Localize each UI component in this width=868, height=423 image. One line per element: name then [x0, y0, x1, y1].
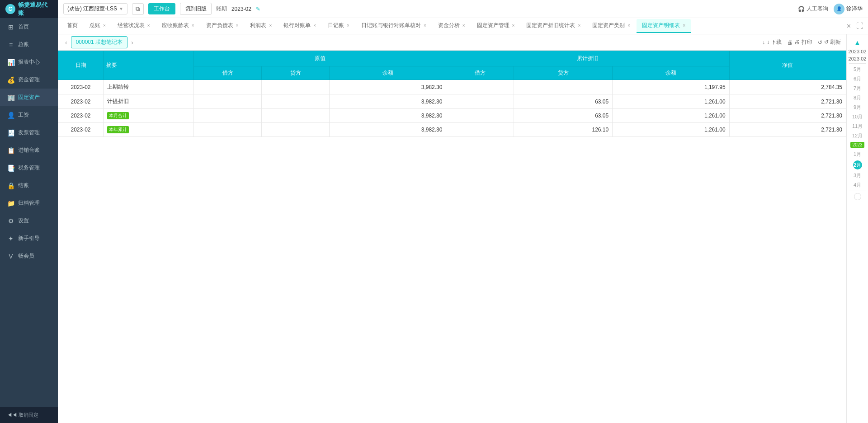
sidebar-item-settings[interactable]: ⚙ 设置	[0, 212, 58, 230]
tab-profit[interactable]: 利润表 ×	[245, 19, 277, 33]
sidebar-item-fixed-assets[interactable]: 🏢 固定资产	[0, 89, 58, 106]
sub-tabbar-right: ↓ ↓ 下载 🖨 🖨 打印 ↺ ↺ 刷新	[762, 38, 841, 46]
sub-tab-next[interactable]: ›	[129, 39, 135, 46]
company-selector[interactable]: (劝告) 江西服室-LSS ▼	[63, 3, 127, 14]
period-edit-icon[interactable]: ✎	[256, 6, 260, 12]
timeline-8[interactable]: 8月	[847, 93, 868, 103]
cell-orig-balance: 3,982.30	[330, 80, 446, 94]
sidebar-logo: C 畅捷通易代账	[0, 0, 58, 18]
payroll-icon: 👤	[7, 112, 14, 119]
sidebar-item-funds[interactable]: 💰 资金管理	[0, 71, 58, 89]
sidebar-item-guide[interactable]: ✦ 新手引导	[0, 230, 58, 247]
tab-fund-analysis[interactable]: 资金分析 ×	[433, 19, 471, 33]
sub-tab-prev[interactable]: ‹	[63, 39, 69, 46]
header-accumulated-dep: 累计折旧	[446, 51, 729, 66]
timeline-10[interactable]: 10月	[847, 112, 868, 122]
member-icon: V	[7, 253, 14, 260]
timeline-scroll-up[interactable]: ▲	[853, 37, 863, 48]
tab-fund-close[interactable]: ×	[462, 23, 465, 28]
sidebar-item-close-account[interactable]: 🔒 结账	[0, 177, 58, 194]
cell-net-value: 2,721.30	[729, 123, 846, 137]
header-summary: 摘要	[104, 51, 194, 80]
tab-journal-bank-check[interactable]: 日记账与银行对账单核对 ×	[356, 19, 432, 33]
tab-fullscreen-button[interactable]: ⛶	[855, 21, 864, 31]
timeline-6[interactable]: 6月	[847, 74, 868, 84]
sidebar-item-reports[interactable]: 📊 报表中心	[0, 53, 58, 71]
sidebar-item-payroll[interactable]: 👤 工资	[0, 106, 58, 124]
timeline-12[interactable]: 12月	[847, 131, 868, 141]
sidebar-item-sales[interactable]: 📋 进销台账	[0, 141, 58, 159]
tab-management-close[interactable]: ×	[147, 23, 150, 28]
timeline-5[interactable]: 5月	[847, 65, 868, 74]
user-info[interactable]: 👤 徐泽华	[834, 4, 863, 14]
timeline-apr[interactable]: 4月	[847, 180, 868, 190]
refresh-button[interactable]: ↺ ↺ 刷新	[818, 38, 841, 46]
tab-ledger[interactable]: 总账 ×	[84, 19, 111, 33]
sidebar-item-ledger[interactable]: ≡ 总账	[0, 36, 58, 53]
tab-fund-label: 资金分析	[438, 22, 460, 29]
cell-acc-debit	[446, 123, 514, 137]
sidebar-item-tax[interactable]: 📑 税务管理	[0, 159, 58, 177]
sidebar-item-label: 税务管理	[18, 164, 40, 172]
cell-orig-debit	[194, 123, 262, 137]
tab-fixed-mgmt-close[interactable]: ×	[512, 23, 515, 28]
timeline-jan[interactable]: 1月	[847, 150, 868, 159]
tab-journal-close[interactable]: ×	[347, 23, 349, 28]
download-button[interactable]: ↓ ↓ 下载	[762, 38, 782, 46]
sidebar-item-label: 新手引导	[18, 235, 40, 242]
ledger-icon: ≡	[7, 41, 14, 48]
sub-tab-asset-001[interactable]: 000001 联想笔记本	[71, 36, 127, 48]
tab-fixed-detail[interactable]: 固定资产明细表 ×	[637, 19, 691, 33]
tab-journal[interactable]: 日记账 ×	[322, 19, 355, 33]
sidebar-item-home[interactable]: ⊞ 首页	[0, 18, 58, 36]
topbar: (劝告) 江西服室-LSS ▼ ⧉ 工作台 切到旧版 账期 2023-02 ✎ …	[58, 0, 868, 18]
tab-fixed-detail-label: 固定资产明细表	[642, 22, 680, 29]
tab-fixed-depreciation[interactable]: 固定资产折旧统计表 ×	[521, 19, 586, 33]
headset-icon: 🎧	[798, 6, 805, 12]
tab-fixed-category[interactable]: 固定资产类别 ×	[587, 19, 636, 33]
tab-receivable-close[interactable]: ×	[192, 23, 194, 28]
sidebar-item-label: 工资	[18, 111, 29, 119]
sidebar-item-archive[interactable]: 📁 归档管理	[0, 194, 58, 212]
timeline-7[interactable]: 7月	[847, 84, 868, 93]
timeline-11[interactable]: 11月	[847, 122, 868, 131]
timeline-feb-current[interactable]: 2月	[847, 159, 868, 171]
tab-ledger-close[interactable]: ×	[103, 23, 106, 28]
cell-net-value: 2,721.30	[729, 94, 846, 109]
cell-acc-credit	[514, 80, 613, 94]
timeline-mar[interactable]: 3月	[847, 171, 868, 180]
logo-icon: C	[5, 4, 15, 14]
tab-management[interactable]: 经营状况表 ×	[112, 19, 156, 33]
sidebar-unpin-button[interactable]: ◀◀ 取消固定	[0, 407, 58, 423]
human-service-button[interactable]: 🎧 人工客询	[798, 5, 828, 13]
workbench-button[interactable]: 工作台	[148, 3, 175, 14]
tab-bank-close[interactable]: ×	[313, 23, 316, 28]
tab-fixed-cat-close[interactable]: ×	[627, 23, 630, 28]
cell-acc-balance: 1,261.00	[613, 123, 729, 137]
tab-fixed-mgmt[interactable]: 固定资产管理 ×	[472, 19, 520, 33]
cell-summary: 计提折旧	[104, 94, 194, 109]
old-version-button[interactable]: 切到旧版	[180, 3, 212, 15]
timeline-9[interactable]: 9月	[847, 103, 868, 112]
tab-fixed-detail-close[interactable]: ×	[683, 23, 685, 28]
copy-button[interactable]: ⧉	[132, 3, 144, 15]
tab-bank-label: 银行对账单	[283, 22, 311, 29]
tab-close-all-button[interactable]: ×	[846, 21, 852, 31]
refresh-icon: ↺	[818, 39, 822, 46]
tab-home[interactable]: 首页	[61, 19, 83, 33]
tab-balance-sheet[interactable]: 资产负债表 ×	[201, 19, 244, 33]
tab-receivable[interactable]: 应收账龄表 ×	[156, 19, 200, 33]
cell-orig-debit	[194, 109, 262, 123]
sidebar-item-member[interactable]: V 畅会员	[0, 247, 58, 265]
tab-profit-close[interactable]: ×	[269, 23, 272, 28]
sidebar-item-label: 总账	[18, 41, 29, 48]
sidebar-item-invoice[interactable]: 🧾 发票管理	[0, 124, 58, 141]
period-label: 账期	[216, 5, 227, 13]
tab-fixed-dep-close[interactable]: ×	[578, 23, 580, 28]
tab-jbc-close[interactable]: ×	[424, 23, 426, 28]
cell-date: 2023-02	[58, 109, 104, 123]
home-icon: ⊞	[7, 24, 14, 31]
tab-bank-statement[interactable]: 银行对账单 ×	[278, 19, 321, 33]
tab-balance-close[interactable]: ×	[236, 23, 239, 28]
print-button[interactable]: 🖨 🖨 打印	[787, 38, 812, 46]
